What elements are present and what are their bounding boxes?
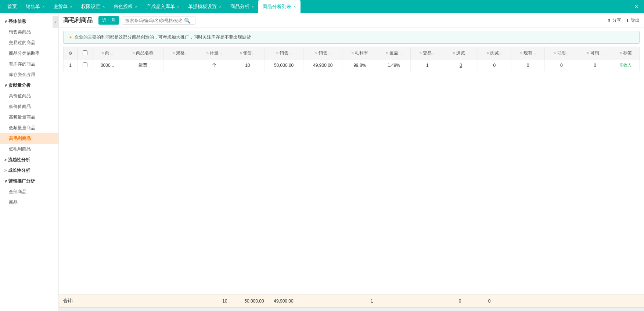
- col-header-name[interactable]: ⇅商品名称: [122, 47, 164, 59]
- sidebar-item-all-goods[interactable]: 全部商品: [0, 187, 58, 197]
- close-tab-sales[interactable]: ×: [42, 4, 44, 9]
- search-icon[interactable]: 🔍: [184, 18, 190, 23]
- col-header-sales-amount[interactable]: ⇅销售...: [264, 47, 303, 59]
- footer-transaction: 1: [357, 299, 386, 304]
- goods-table: ⚙⇅商...⇅商品名称⇅规格...⇅计量...⇅销售...⇅销售...⇅销售..…: [63, 47, 640, 71]
- col-header-coverage[interactable]: ⇅覆盖...: [377, 47, 410, 59]
- col-header-unit[interactable]: ⇅计量...: [197, 47, 231, 59]
- col-header-code[interactable]: ⇅商...: [93, 47, 122, 59]
- table-row: 10000...运费个1050,000.0049,900.0099.8%1.49…: [64, 59, 640, 71]
- sidebar-item-low-freq[interactable]: 低频量量商品: [0, 123, 58, 133]
- col-header-saleable[interactable]: ⇅可销...: [578, 47, 612, 59]
- col-sort-icon: ⇅: [315, 51, 318, 55]
- col-sort-icon: ⇅: [553, 51, 556, 55]
- nav-item-auth-settings[interactable]: 权限设置×: [77, 0, 109, 13]
- header-actions: ⬆ 分享 ⬇ 导出: [607, 17, 640, 23]
- col-header-sales-profit[interactable]: ⇅销售...: [303, 47, 342, 59]
- footer-available2: 0: [475, 299, 504, 304]
- row-browse2: 0: [478, 59, 511, 71]
- sidebar-group-wealth-analysis[interactable]: ∨贡献量分析: [0, 80, 58, 91]
- search-box: 🔍: [122, 17, 195, 25]
- search-input[interactable]: [125, 18, 184, 23]
- col-header-tag[interactable]: ⇅标签: [612, 47, 639, 59]
- sidebar-item-stock-capital[interactable]: 库存资金占用: [0, 69, 58, 80]
- bulb-icon: ✦: [69, 35, 72, 40]
- close-tab-auth-settings[interactable]: ×: [102, 4, 105, 9]
- row-margin-rate: 99.8%: [342, 59, 377, 71]
- col-header-available1[interactable]: ⇅现有...: [511, 47, 544, 59]
- footer-empty5: [298, 299, 328, 304]
- close-tab-product-analysis-list[interactable]: ×: [294, 4, 296, 9]
- col-sort-icon: ⇅: [101, 51, 104, 55]
- sidebar-item-sales-goods[interactable]: 销售类商品: [0, 27, 58, 37]
- nav-item-product-analysis[interactable]: 商品分析×: [226, 0, 258, 13]
- close-tab-role-auth[interactable]: ×: [135, 4, 137, 9]
- export-button[interactable]: ⬇ 导出: [626, 17, 640, 23]
- footer-available1: 0: [445, 299, 475, 304]
- col-header-browse1[interactable]: ⇅浏览...: [444, 47, 478, 59]
- share-button[interactable]: ⬆ 分享: [607, 17, 621, 23]
- sidebar-collapse-button[interactable]: «: [53, 16, 58, 28]
- row-name: 运费: [122, 59, 164, 71]
- col-header-transaction[interactable]: ⇅交易...: [411, 47, 444, 59]
- col-header-index[interactable]: ⚙: [64, 47, 78, 59]
- nav-item-product-analysis-list[interactable]: 商品分析列表×: [258, 0, 300, 13]
- close-tab-single-template[interactable]: ×: [219, 4, 221, 9]
- share-label: 分享: [612, 17, 621, 23]
- sidebar-item-high-margin[interactable]: 高毛利商品: [0, 133, 58, 144]
- col-header-available2[interactable]: ⇅可用...: [545, 47, 578, 59]
- close-all-tabs[interactable]: ×: [632, 3, 641, 10]
- footer-empty2: [122, 299, 151, 304]
- col-sort-icon: ⇅: [132, 51, 135, 55]
- sidebar-item-high-value[interactable]: 高价值商品: [0, 91, 58, 101]
- nav-item-role-auth[interactable]: 角色授权×: [109, 0, 141, 13]
- col-sort-icon: ⇅: [520, 51, 523, 55]
- sidebar-item-low-value[interactable]: 低价值商品: [0, 101, 58, 112]
- close-tab-product-analysis[interactable]: ×: [252, 4, 254, 9]
- top-navigation: 首页销售单×进货单×权限设置×角色授权×产成品入库单×单据模板设置×商品分析×商…: [0, 0, 644, 13]
- sidebar-item-goods-analysis[interactable]: 商品分类辅助率: [0, 48, 58, 59]
- sidebar-item-new-goods[interactable]: 新品: [0, 197, 58, 208]
- sidebar-item-high-freq[interactable]: 高频量量商品: [0, 112, 58, 123]
- col-header-spec[interactable]: ⇅规格...: [164, 47, 197, 59]
- row-saleable: 0: [578, 59, 612, 71]
- content-area: 高毛利商品 近一月 🔍 ⬆ 分享 ⬇ 导出 ✦ 企业的主要的利润都是这部分商品创…: [59, 13, 644, 311]
- footer-empty4: [181, 299, 210, 304]
- content-header: 高毛利商品 近一月 🔍 ⬆ 分享 ⬇ 导出: [59, 13, 644, 28]
- date-filter-button[interactable]: 近一月: [98, 16, 119, 25]
- row-available1: 0: [511, 59, 544, 71]
- footer-sales-amount: 50,000.00: [240, 299, 269, 304]
- col-sort-icon: ⇅: [276, 51, 279, 55]
- col-header-browse2[interactable]: ⇅浏览...: [478, 47, 511, 59]
- select-all-checkbox[interactable]: [83, 50, 87, 55]
- nav-item-sales[interactable]: 销售单×: [21, 0, 49, 13]
- nav-item-home[interactable]: 首页: [3, 0, 21, 13]
- sidebar-group-marketing-analysis[interactable]: ∨营销推广分析: [0, 176, 58, 187]
- col-sort-icon: ⇅: [240, 51, 242, 55]
- table-wrapper: ⚙⇅商...⇅商品名称⇅规格...⇅计量...⇅销售...⇅销售...⇅销售..…: [59, 47, 644, 294]
- row-code: 0000...: [93, 59, 122, 71]
- close-tab-purchase[interactable]: ×: [70, 4, 72, 9]
- nav-item-purchase[interactable]: 进货单×: [49, 0, 76, 13]
- bottom-scrollbar[interactable]: [59, 307, 644, 311]
- nav-item-single-template[interactable]: 单据模板设置×: [184, 0, 226, 13]
- sidebar-group-overall-info[interactable]: ∨整体信息: [0, 16, 58, 27]
- sidebar-item-traded-goods[interactable]: 交易过的商品: [0, 37, 58, 48]
- browse-link[interactable]: 0: [460, 63, 462, 68]
- sidebar-group-trend-analysis[interactable]: >流趋性分析: [0, 155, 58, 165]
- col-header-margin-rate[interactable]: ⇅毛利率: [342, 47, 377, 59]
- col-sort-icon: ⇅: [386, 51, 389, 55]
- col-header-checkbox[interactable]: [78, 47, 93, 59]
- sidebar-item-stocked-goods[interactable]: 有库存的商品: [0, 59, 58, 69]
- settings-icon[interactable]: ⚙: [68, 51, 72, 56]
- nav-item-product-entry[interactable]: 产成品入库单×: [142, 0, 184, 13]
- col-sort-icon: ⇅: [351, 51, 354, 55]
- sidebar-group-growth-analysis[interactable]: >成长性分析: [0, 165, 58, 176]
- close-tab-product-entry[interactable]: ×: [177, 4, 179, 9]
- export-icon: ⬇: [626, 18, 629, 23]
- row-select-checkbox[interactable]: [83, 62, 87, 67]
- footer-sales-profit: 49,900.00: [269, 299, 298, 304]
- col-header-sales-qty[interactable]: ⇅销售...: [231, 47, 264, 59]
- sidebar-item-low-margin[interactable]: 低毛利商品: [0, 144, 58, 155]
- sidebar: « ∨整体信息销售类商品交易过的商品商品分类辅助率有库存的商品库存资金占用∨贡献…: [0, 13, 59, 311]
